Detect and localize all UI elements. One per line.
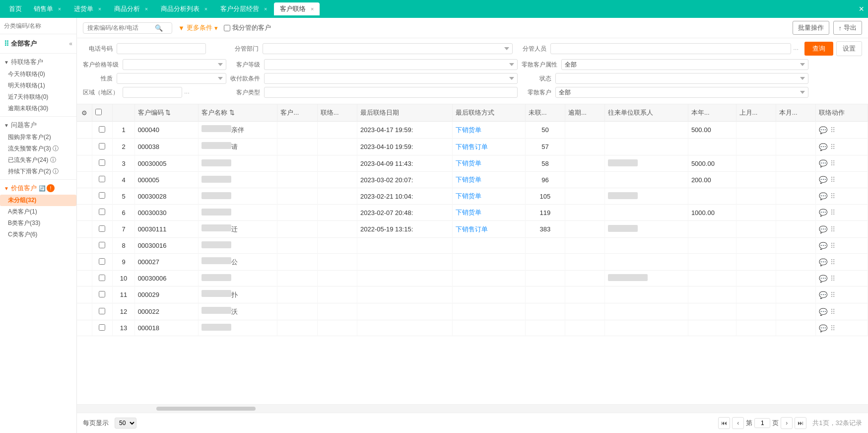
- row-checkbox[interactable]: [99, 192, 105, 199]
- phone-input[interactable]: [117, 43, 206, 54]
- per-page-select[interactable]: 50: [115, 418, 136, 429]
- grid-action-icon[interactable]: ⠿: [830, 275, 835, 283]
- sidebar-item-hoarding[interactable]: 囤购异常客户(2): [0, 132, 76, 143]
- grid-action-icon[interactable]: ⠿: [830, 225, 835, 233]
- page-number-input[interactable]: [754, 418, 770, 428]
- grid-action-icon[interactable]: ⠿: [830, 209, 835, 216]
- grid-action-icon[interactable]: ⠿: [830, 143, 835, 151]
- row-checkbox[interactable]: [99, 159, 105, 166]
- chat-action-icon[interactable]: 💬: [819, 143, 827, 151]
- close-sales-tab[interactable]: ×: [58, 6, 61, 12]
- last-method-link[interactable]: 下销货单: [456, 209, 481, 216]
- payment-select[interactable]: [264, 73, 517, 84]
- row-checkbox[interactable]: [99, 176, 105, 182]
- area-input[interactable]: [123, 87, 182, 98]
- grid-action-icon[interactable]: ⠿: [830, 291, 835, 299]
- tab-customer-tier[interactable]: 客户分层经营 ×: [214, 2, 273, 15]
- retail-customer-select[interactable]: 全部: [555, 87, 808, 98]
- th-name[interactable]: 客户名称 ⇅: [198, 104, 277, 122]
- th-last-date[interactable]: 最后联络日期: [357, 104, 453, 122]
- grid-action-icon[interactable]: ⠿: [830, 192, 835, 200]
- grid-action-icon[interactable]: ⠿: [830, 126, 835, 134]
- sidebar-item-7days[interactable]: 近7天待联络(0): [0, 91, 76, 103]
- sidebar-item-churned[interactable]: 已流失客户(24) ⓘ: [0, 154, 76, 166]
- sidebar-item-class-b[interactable]: B类客户(33): [0, 217, 76, 229]
- chat-action-icon[interactable]: 💬: [819, 176, 827, 184]
- th-overdue[interactable]: 逾期...: [565, 104, 605, 122]
- row-checkbox[interactable]: [99, 126, 105, 133]
- chat-action-icon[interactable]: 💬: [819, 242, 827, 250]
- row-checkbox[interactable]: [99, 242, 105, 248]
- export-btn[interactable]: ↑ 导出: [833, 21, 863, 35]
- sidebar-item-overdue[interactable]: 逾期未联络(30): [0, 103, 76, 114]
- sidebar-item-tomorrow[interactable]: 明天待联络(1): [0, 80, 76, 91]
- sidebar-item-class-a[interactable]: A类客户(1): [0, 206, 76, 217]
- last-page-btn[interactable]: ⏭: [795, 417, 806, 429]
- all-customers-title[interactable]: ⠿ 全部客户 «: [4, 37, 72, 50]
- row-checkbox[interactable]: [99, 143, 105, 149]
- sidebar-item-declining[interactable]: 持续下滑客户(2) ⓘ: [0, 166, 76, 177]
- filter-more-btn[interactable]: ▼ 更多条件 ▾: [178, 23, 218, 32]
- grid-action-icon[interactable]: ⠿: [830, 242, 835, 250]
- area-more-icon[interactable]: ···: [182, 89, 192, 96]
- grid-action-icon[interactable]: ⠿: [830, 159, 835, 167]
- grid-action-icon[interactable]: ⠿: [830, 324, 835, 332]
- close-product-analysis-tab[interactable]: ×: [145, 6, 148, 12]
- nature-select[interactable]: [117, 73, 226, 84]
- row-checkbox[interactable]: [99, 258, 105, 265]
- close-customer-contact-tab[interactable]: ×: [311, 6, 314, 12]
- row-checkbox[interactable]: [99, 209, 105, 215]
- select-all-checkbox[interactable]: [95, 109, 102, 115]
- retail-attr-select[interactable]: 全部: [561, 59, 808, 70]
- filter-search-input[interactable]: [87, 24, 152, 31]
- close-all-btn[interactable]: ×: [859, 4, 864, 14]
- refresh-icon[interactable]: 🔄: [39, 185, 46, 192]
- last-method-link[interactable]: 下销售订单: [456, 225, 488, 233]
- group-waiting-contact[interactable]: ▼ 待联络客户: [0, 56, 76, 69]
- chat-action-icon[interactable]: 💬: [819, 324, 827, 332]
- my-customers-checkbox[interactable]: [224, 25, 230, 31]
- customer-level-select[interactable]: [264, 59, 517, 70]
- chat-action-icon[interactable]: 💬: [819, 275, 827, 283]
- chat-action-icon[interactable]: 💬: [819, 126, 827, 134]
- batch-op-btn[interactable]: 批量操作: [793, 21, 829, 35]
- group-value-customers[interactable]: ▼ 价值客户 🔄 !: [0, 182, 76, 195]
- row-checkbox[interactable]: [99, 324, 105, 331]
- chat-action-icon[interactable]: 💬: [819, 225, 827, 233]
- sidebar-search-input[interactable]: [4, 22, 77, 29]
- grid-action-icon[interactable]: ⠿: [830, 258, 835, 266]
- th-last-method[interactable]: 最后联络方式: [453, 104, 526, 122]
- th-contact[interactable]: 联络...: [317, 104, 357, 122]
- prev-page-btn[interactable]: ‹: [732, 417, 744, 429]
- person-more-icon[interactable]: ···: [791, 45, 801, 53]
- chat-action-icon[interactable]: 💬: [819, 192, 827, 200]
- th-settings[interactable]: ⚙: [77, 104, 92, 122]
- sidebar-item-ungrouped[interactable]: 未分组(32): [0, 195, 76, 206]
- grid-action-icon[interactable]: ⠿: [830, 176, 835, 184]
- sidebar-item-churn-warning[interactable]: 流失预警客户(3) ⓘ: [0, 143, 76, 154]
- chat-action-icon[interactable]: 💬: [819, 159, 827, 167]
- collapse-icon[interactable]: «: [69, 40, 72, 47]
- row-checkbox[interactable]: [99, 225, 105, 232]
- filter-search-icon[interactable]: 🔍: [155, 24, 163, 32]
- last-method-link[interactable]: 下销货单: [456, 126, 481, 134]
- group-problem-customers[interactable]: ▼ 问题客户: [0, 119, 76, 132]
- th-last-month[interactable]: 上月...: [736, 104, 776, 122]
- tab-customer-contact[interactable]: 客户联络 ×: [274, 2, 320, 15]
- tab-product-analysis[interactable]: 商品分析 ×: [108, 2, 154, 15]
- next-page-btn[interactable]: ›: [781, 417, 793, 429]
- row-checkbox[interactable]: [99, 275, 105, 281]
- last-method-link[interactable]: 下销售订单: [456, 143, 488, 150]
- th-code[interactable]: 客户编码 ⇅: [134, 104, 198, 122]
- chat-action-icon[interactable]: 💬: [819, 258, 827, 266]
- chat-action-icon[interactable]: 💬: [819, 209, 827, 216]
- th-unit-contact[interactable]: 往来单位联系人: [605, 104, 688, 122]
- th-this-year[interactable]: 本年...: [688, 104, 736, 122]
- row-checkbox[interactable]: [99, 291, 105, 297]
- sidebar-item-today[interactable]: 今天待联络(0): [0, 69, 76, 80]
- th-type[interactable]: 客户...: [277, 104, 317, 122]
- th-this-month[interactable]: 本月...: [776, 104, 815, 122]
- close-product-list-tab[interactable]: ×: [204, 6, 207, 12]
- first-page-btn[interactable]: ⏮: [718, 417, 730, 429]
- tab-product-list[interactable]: 商品分析列表 ×: [155, 2, 213, 15]
